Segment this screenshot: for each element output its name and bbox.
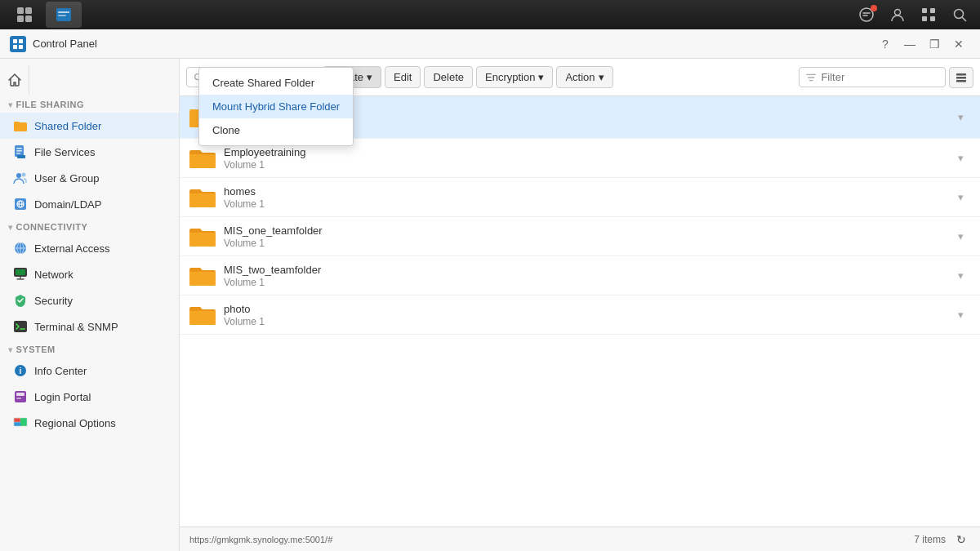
regional-options-icon	[13, 415, 28, 430]
view-options-button[interactable]	[949, 67, 973, 88]
sidebar-item-shared-folder[interactable]: Shared Folder	[0, 113, 179, 139]
home-button[interactable]	[0, 65, 29, 95]
sidebar-item-terminal-snmp[interactable]: Terminal & SNMP	[0, 313, 179, 340]
folder-icon-4	[189, 224, 216, 250]
folder-name-5: MIS_two_teamfolder	[224, 264, 951, 276]
edit-label: Edit	[394, 71, 412, 83]
folder-expand-6[interactable]: ▾	[951, 309, 970, 321]
window-titlebar: Control Panel ? — ❐ ✕	[0, 29, 980, 59]
action-dropdown-icon: ▾	[599, 71, 604, 83]
chat-icon-btn[interactable]	[853, 2, 880, 28]
sidebar-item-security[interactable]: Security	[0, 287, 179, 313]
sidebar-item-network[interactable]: Network	[0, 261, 179, 287]
svg-rect-15	[13, 39, 17, 43]
edit-button[interactable]: Edit	[385, 66, 421, 88]
filter-input[interactable]	[821, 71, 938, 83]
login-portal-icon	[13, 389, 28, 404]
search-icon-btn[interactable]	[946, 2, 973, 28]
status-right: 7 items ↻	[914, 531, 970, 549]
sidebar-item-file-services[interactable]: File Services	[0, 139, 179, 165]
svg-rect-17	[13, 45, 17, 49]
sidebar-item-regional-options-label: Regional Options	[34, 417, 116, 429]
folder-info-4: MIS_one_teamfolder Volume 1	[224, 224, 951, 249]
help-button[interactable]: ?	[874, 33, 897, 56]
svg-rect-0	[17, 7, 24, 14]
svg-rect-49	[956, 73, 966, 76]
sidebar-item-info-center[interactable]: i Info Center	[0, 358, 179, 384]
svg-rect-45	[20, 418, 27, 426]
svg-rect-41	[16, 398, 21, 399]
encryption-label: Encryption	[485, 71, 535, 83]
sidebar-item-domain-ldap-label: Domain/LDAP	[34, 198, 101, 211]
table-row[interactable]: MIS_two_teamfolder Volume 1 ▾	[180, 256, 980, 295]
user-group-icon	[13, 171, 28, 185]
domain-ldap-icon	[13, 197, 28, 211]
folder-icon-6	[189, 302, 216, 328]
folder-name-6: photo	[224, 303, 951, 315]
table-row[interactable]: MIS_one_teamfolder Volume 1 ▾	[180, 217, 980, 256]
clone-item[interactable]: Clone	[199, 118, 353, 142]
create-shared-folder-item[interactable]: Create Shared Folder	[199, 71, 353, 95]
folder-volume-5: Volume 1	[224, 277, 951, 288]
action-label: Action	[565, 71, 595, 83]
section-file-sharing-label: File Sharing	[16, 100, 85, 109]
folder-expand-2[interactable]: ▾	[951, 152, 970, 164]
svg-rect-51	[956, 80, 966, 82]
minimize-button[interactable]: —	[898, 33, 921, 56]
filter-icon	[806, 72, 816, 83]
svg-rect-35	[16, 269, 25, 275]
svg-point-26	[16, 173, 21, 178]
svg-rect-3	[25, 16, 32, 22]
folder-expand-1[interactable]: ▾	[951, 111, 970, 123]
folder-expand-3[interactable]: ▾	[951, 191, 970, 203]
apps-icon-btn[interactable]	[915, 2, 942, 28]
sidebar-item-external-access[interactable]: External Access	[0, 235, 179, 261]
action-button[interactable]: Action ▾	[556, 66, 612, 88]
table-row[interactable]: photo Volume 1 ▾	[180, 295, 980, 335]
folder-name-2: Employeetraining	[224, 146, 951, 158]
folder-info-2: Employeetraining Volume 1	[224, 146, 951, 171]
sidebar-item-user-group[interactable]: User & Group	[0, 165, 179, 191]
refresh-button[interactable]: ↻	[952, 531, 970, 549]
folder-expand-4[interactable]: ▾	[951, 230, 970, 242]
file-services-icon	[13, 144, 28, 159]
svg-rect-43	[14, 422, 20, 426]
item-count: 7 items	[914, 534, 946, 545]
content-area: ▾ File Sharing Shared Folder	[0, 59, 980, 551]
section-connectivity-label: Connectivity	[16, 222, 88, 232]
svg-rect-2	[17, 16, 24, 22]
close-button[interactable]: ✕	[947, 33, 970, 56]
folder-name-4: MIS_one_teamfolder	[224, 224, 951, 237]
taskbar-nas-app[interactable]	[46, 2, 82, 28]
folder-expand-5[interactable]: ▾	[951, 269, 970, 282]
section-file-sharing[interactable]: ▾ File Sharing	[0, 95, 179, 113]
restore-button[interactable]: ❐	[923, 33, 946, 56]
sidebar-item-login-portal[interactable]: Login Portal	[0, 384, 179, 410]
sidebar-item-login-portal-label: Login Portal	[34, 391, 91, 403]
create-dropdown: Create Shared Folder Mount Hybrid Share …	[198, 67, 354, 146]
filter-box[interactable]	[799, 67, 946, 87]
svg-rect-23	[16, 150, 22, 152]
sidebar-item-info-center-label: Info Center	[34, 365, 87, 377]
mount-hybrid-share-item[interactable]: Mount Hybrid Share Folder	[199, 95, 353, 118]
chevron-connectivity: ▾	[8, 223, 13, 232]
sidebar-item-domain-ldap[interactable]: Domain/LDAP	[0, 191, 179, 217]
control-panel-window: Control Panel ? — ❐ ✕ ▾ File Sharing	[0, 29, 980, 551]
user-icon-btn[interactable]	[884, 2, 911, 28]
section-system[interactable]: ▾ System	[0, 340, 179, 358]
table-row[interactable]: homes Volume 1 ▾	[180, 178, 980, 217]
network-icon	[13, 267, 28, 282]
view-options-icon	[956, 72, 967, 83]
shared-folder-icon	[13, 118, 28, 133]
encryption-button[interactable]: Encryption ▾	[476, 66, 553, 88]
svg-rect-20	[14, 122, 20, 124]
folder-volume-6: Volume 1	[224, 316, 951, 327]
svg-text:i: i	[20, 367, 22, 375]
delete-button[interactable]: Delete	[424, 66, 473, 88]
svg-rect-22	[16, 148, 22, 149]
taskbar-grid-app[interactable]	[7, 2, 42, 28]
status-url: https://gmkgmk.synology.me:5001/#	[189, 535, 332, 544]
section-connectivity[interactable]: ▾ Connectivity	[0, 217, 179, 235]
sidebar-item-regional-options[interactable]: Regional Options	[0, 410, 179, 436]
svg-rect-12	[930, 16, 935, 21]
